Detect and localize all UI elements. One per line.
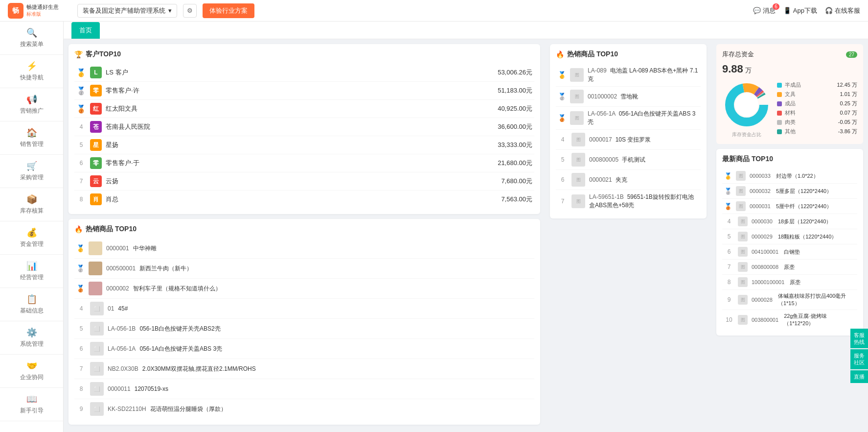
middle-panel: 🔥 热销商品 TOP10 🥇 图 LA-089 电池盖 LA-089 ABS本色… xyxy=(545,39,711,432)
main-layout: 🔍 搜索菜单 ⚡ 快捷导航 📢 营销推广 🏠 销售管理 🛒 采购管理 📦 库存核… xyxy=(0,22,868,432)
app-download-action[interactable]: 📱 App下载 xyxy=(783,6,817,15)
new-product-icon: 图 xyxy=(736,201,746,211)
gear-button[interactable]: ⚙ xyxy=(183,4,197,18)
product-code: 0000002 xyxy=(106,285,129,292)
trial-button[interactable]: 体验行业方案 xyxy=(203,3,254,18)
trophy-icon: 🏆 xyxy=(74,50,83,58)
customer-name: 零售客户·于 xyxy=(106,159,494,168)
product-name: 056-1A白色按键开关盖ABS 3壳 xyxy=(139,345,222,353)
legend-label: 材料 xyxy=(785,109,837,117)
legend-area: 半成品 12.45 万 文具 1.01 万 成品 0.25 万 材料 0.07 … xyxy=(777,81,857,137)
hot-products-title: 🔥 热销商品 TOP10 xyxy=(74,225,534,234)
rank-number: 5 xyxy=(558,156,568,163)
new-product-name: 5厘中纤（1220*2440） xyxy=(776,203,855,210)
legend-label: 成品 xyxy=(785,100,837,107)
img-placeholder: 图 xyxy=(576,198,581,205)
donut-svg xyxy=(722,80,771,129)
product-code2: 000800005 xyxy=(589,156,620,163)
operations-icon: 📊 xyxy=(26,261,37,271)
product-code2: 001000002 xyxy=(588,93,618,100)
customer-amount: 7,680.00元 xyxy=(501,177,532,186)
product-name: 12070519-xs xyxy=(135,385,168,392)
customer-top10-card: 🏆 客户TOP10 🥇 L LS 客户 53,006.26元 🥈 零 零售客户·… xyxy=(69,44,540,214)
product-thumbnail xyxy=(89,241,102,255)
tab-home[interactable]: 首页 xyxy=(71,22,100,39)
basic-icon: 📋 xyxy=(26,294,37,305)
app-label: App下载 xyxy=(793,6,817,15)
hot-product-row: 🥉 0000002 智利车子里（规格不知道填什么） xyxy=(74,279,534,299)
sidebar-item-company[interactable]: 🤝 企业协同 xyxy=(0,355,63,388)
float-direct-btn[interactable]: 直播 xyxy=(850,370,868,383)
message-action[interactable]: 💬 消息 6 xyxy=(753,6,776,15)
img-placeholder: 图 xyxy=(575,72,579,78)
customer-avatar: 云 xyxy=(90,175,102,187)
product-code2: 0000017 xyxy=(589,136,614,143)
sidebar-item-operations[interactable]: 📊 经营管理 xyxy=(0,255,63,288)
medal-icon: 🥇 xyxy=(76,68,86,77)
product-thumbnail: ⬜ xyxy=(90,322,104,336)
product-thumbnail2: 图 xyxy=(570,90,584,103)
sidebar-item-search[interactable]: 🔍 搜索菜单 xyxy=(0,22,63,55)
product-name: 2.0X30MM双摆花轴,摆花直径2.1MM/ROHS xyxy=(142,365,256,373)
sidebar-guide-label: 新手引导 xyxy=(20,407,44,415)
sidebar-item-inventory[interactable]: 📦 库存核算 xyxy=(0,188,63,221)
rank-number: 6 xyxy=(558,176,568,183)
medal-icon: 🥇 xyxy=(76,244,85,252)
product-code: LA-056-1A xyxy=(108,345,136,352)
sidebar-item-marketing[interactable]: 📢 营销推广 xyxy=(0,88,63,121)
customer-name: LS 客户 xyxy=(106,68,494,77)
sidebar-finance-label: 资金管理 xyxy=(20,240,44,248)
new-product-name: 18多层（1220*2440） xyxy=(778,218,855,225)
logo-text: 畅捷通好生意 xyxy=(26,3,59,10)
float-community-btn[interactable]: 服务社区 xyxy=(850,349,868,369)
sidebar-item-basic[interactable]: 📋 基础信息 xyxy=(0,288,63,321)
new-product-icon: 图 xyxy=(738,216,748,226)
customer-amount: 40,925.00元 xyxy=(498,104,532,113)
hot-product2-row: 🥉 图 LA-056-1A 056-1A白色按键开关盖ABS 3壳 xyxy=(556,107,701,130)
hot-product-row: 🥈 000500001 新西兰牛肉（新牛） xyxy=(74,259,534,279)
float-service-btn[interactable]: 客服热线 xyxy=(850,329,868,349)
legend-label: 肉类 xyxy=(785,119,835,126)
float-buttons: 客服热线 服务社区 直播 xyxy=(850,329,868,383)
product-name2: 雪地靴 xyxy=(620,93,638,100)
sidebar-system-label: 系统管理 xyxy=(20,340,44,348)
sidebar-item-finance[interactable]: 💰 资金管理 xyxy=(0,221,63,255)
new-product-name: 封边带（1.0*22） xyxy=(776,172,855,180)
guide-icon: 📖 xyxy=(26,394,37,405)
legend-value: 0.25 万 xyxy=(840,100,857,107)
rank-number: 4 xyxy=(76,305,86,312)
img-placeholder: 图 xyxy=(576,177,581,183)
img-placeholder: 图 xyxy=(575,94,579,100)
rank-number: 4 xyxy=(558,136,568,143)
product-thumbnail xyxy=(89,262,102,275)
medal-icon: 🥈 xyxy=(76,86,86,96)
sidebar-item-purchase[interactable]: 🛒 采购管理 xyxy=(0,155,63,188)
customer-avatar: 红 xyxy=(90,103,102,115)
page-tabs: 首页 xyxy=(64,22,868,39)
img-placeholder: 图 xyxy=(576,157,581,163)
new-products-list: 🥇 图 0000033 封边带（1.0*22） 🥈 图 0000032 5厘多层… xyxy=(722,168,857,330)
hot-product2-row: 6 图 0000021 夹克 xyxy=(556,170,701,190)
online-service-action[interactable]: 🎧 在线客服 xyxy=(825,6,860,15)
rank-number: 8 xyxy=(76,385,86,392)
hot-product-row: 7 ⬜ NB2.0X30B 2.0X30MM双摆花轴,摆花直径2.1MM/ROH… xyxy=(74,359,534,379)
marketing-icon: 📢 xyxy=(26,94,37,105)
sidebar-basic-label: 基础信息 xyxy=(20,307,44,315)
sidebar-item-sales[interactable]: 🏠 销售管理 xyxy=(0,121,63,155)
system-selector[interactable]: 装备及固定资产辅助管理系统 ▾ xyxy=(77,4,177,18)
nav-icon: ⚡ xyxy=(26,61,37,72)
tab-home-label: 首页 xyxy=(79,26,92,34)
product-thumbnail2: 图 xyxy=(570,111,584,125)
sidebar-item-nav[interactable]: ⚡ 快捷导航 xyxy=(0,55,63,88)
new-product-code: 0000033 xyxy=(750,173,772,179)
sidebar-item-system[interactable]: ⚙️ 系统管理 xyxy=(0,321,63,355)
fire-icon: 🔥 xyxy=(74,225,83,233)
sidebar-sales-label: 销售管理 xyxy=(20,140,44,148)
legend-value: -3.86 万 xyxy=(838,128,857,135)
rank-number: 4 xyxy=(76,123,86,130)
product-thumbnail: ⬜ xyxy=(90,342,104,356)
logo-icon: 畅 xyxy=(8,3,23,19)
legend-item: 成品 0.25 万 xyxy=(777,100,857,107)
inventory-amount: 9.88 xyxy=(722,63,743,75)
sidebar-item-guide[interactable]: 📖 新手引导 xyxy=(0,388,63,421)
